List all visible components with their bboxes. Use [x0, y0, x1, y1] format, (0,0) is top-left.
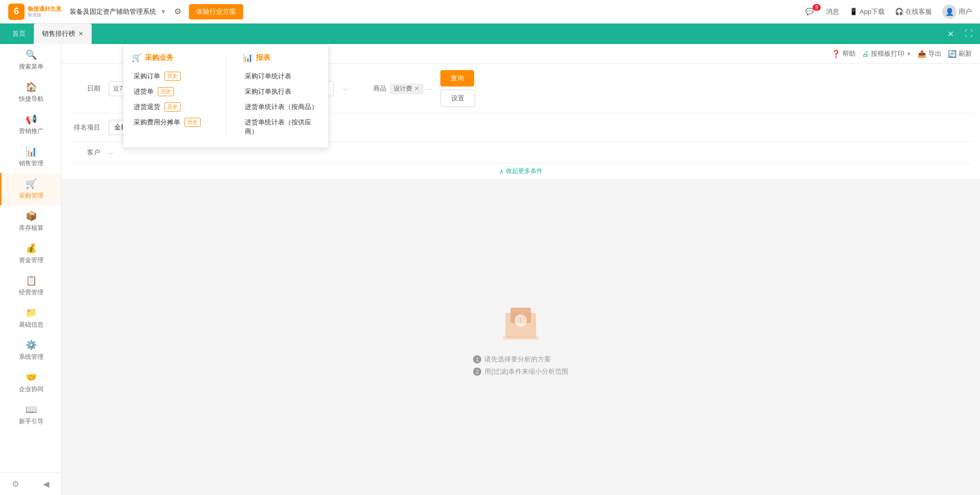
inventory-icon: 📦 — [26, 210, 37, 222]
refresh-button[interactable]: 🔄 刷新 — [948, 49, 972, 58]
report-section-label: 报表 — [256, 53, 270, 62]
collapse-button[interactable]: ∧ 收起更多条件 — [70, 164, 972, 179]
cost-label: 采购费用分摊单 — [134, 118, 180, 127]
tab-maximize-icon[interactable]: ⛶ — [962, 27, 976, 41]
tip-num-2: 2 — [473, 368, 481, 376]
logo-sub: 标准版 — [28, 12, 61, 18]
sales-mgmt-icon: 📊 — [26, 146, 37, 157]
tab-close-icon[interactable]: ✕ — [78, 30, 83, 37]
goods-filter-area: 商品 设计费 ✕ ··· — [356, 83, 432, 94]
user-item[interactable]: 👤 用户 — [942, 5, 972, 19]
sidebar-item-system-mgmt[interactable]: ⚙️ 系统管理 — [0, 334, 61, 367]
tab-sales-ranking[interactable]: 销售排行榜 ✕ — [34, 24, 92, 44]
sidebar-item-guide-label: 新手引导 — [19, 417, 44, 426]
menu-item-inbound[interactable]: 进货单 历史 — [132, 84, 209, 99]
menu-item-cost[interactable]: 采购费用分摊单 历史 — [132, 115, 209, 130]
app-download-item[interactable]: 📱 App下载 — [849, 7, 885, 16]
rank-filter-label: 排名项目 — [70, 123, 100, 132]
guide-icon: 📖 — [26, 404, 37, 415]
history-badge-1: 历史 — [164, 72, 181, 81]
goods-dots-btn[interactable]: ··· — [427, 85, 432, 93]
help-button[interactable]: ❓ 帮助 — [832, 49, 856, 58]
menu-item-inbound-by-supplier[interactable]: 进货单统计表（按供应商） — [243, 115, 321, 139]
help-label: 帮助 — [842, 49, 856, 58]
tab-home[interactable]: 首页 — [4, 24, 34, 44]
industry-button[interactable]: 体验行业方案 — [189, 4, 243, 19]
purchase-section-title: 🛒 采购业务 — [132, 53, 209, 62]
tab-bar-right: ✕ ⛶ — [943, 27, 976, 41]
empty-tip-1: 1 请先选择要分析的方案 — [473, 355, 568, 364]
system-dropdown-arrow[interactable]: ▼ — [160, 8, 166, 15]
sidebar-item-capital-label: 资金管理 — [19, 256, 44, 265]
export-button[interactable]: 📤 导出 — [918, 49, 942, 58]
sidebar-item-inventory-label: 库存核算 — [19, 224, 44, 232]
sidebar-bottom: ⚙ ◀ — [0, 472, 61, 495]
purchase-business-section: 🛒 采购业务 采购订单 历史 进货单 历史 进货退货 历史 — [132, 53, 209, 139]
user-label: 用户 — [958, 7, 972, 16]
settings-icon[interactable]: ⚙ — [171, 5, 185, 19]
sidebar-item-basic-info[interactable]: 📁 基础信息 — [0, 302, 61, 334]
sidebar-item-enterprise[interactable]: 🤝 企业协同 — [0, 367, 61, 399]
enterprise-icon: 🤝 — [26, 372, 37, 383]
menu-item-order-stats[interactable]: 采购订单统计表 — [243, 69, 321, 84]
phone-icon: 📱 — [849, 8, 858, 15]
sidebar-item-guide[interactable]: 📖 新手引导 — [0, 399, 61, 431]
top-header: 6 畅捷通好生意 标准版 装备及固定资产辅助管理系统 ▼ ⚙ 体验行业方案 💬 … — [0, 0, 980, 24]
empty-tip-2: 2 用[过滤]条件来缩小分析范围 — [473, 367, 568, 376]
history-badge-4: 历史 — [184, 118, 201, 127]
app-download-label: App下载 — [860, 7, 885, 16]
online-service-item[interactable]: 🎧 在线客服 — [895, 7, 932, 16]
export-icon: 📤 — [918, 50, 926, 58]
logo-area: 6 畅捷通好生意 标准版 — [8, 4, 70, 20]
report-section: 📊 报表 采购订单统计表 采购订单执行表 进货单统计表（按商品） 进货单统计表（… — [243, 53, 321, 139]
menu-item-order-exec[interactable]: 采购订单执行表 — [243, 84, 321, 99]
capital-icon: 💰 — [26, 243, 37, 254]
order-stats-label: 采购订单统计表 — [245, 72, 291, 81]
sidebar-item-marketing-label: 营销推广 — [19, 127, 44, 136]
right-action-col: 查询 设置 — [440, 70, 492, 107]
message-label: 消息 — [826, 7, 839, 16]
history-badge-2: 历史 — [158, 87, 174, 96]
set-button[interactable]: 设置 — [440, 90, 475, 107]
sidebar-item-quick-nav[interactable]: 🏠 快捷导航 — [0, 76, 61, 109]
marketing-icon: 📢 — [26, 114, 37, 125]
message-item[interactable]: 💬 9 消息 — [805, 7, 839, 16]
bottom-collapse-icon[interactable]: ◀ — [43, 479, 49, 489]
sidebar-item-operations[interactable]: 📋 经营管理 — [0, 270, 61, 302]
print-dropdown-icon[interactable]: ▼ — [906, 51, 911, 57]
goods-tag-close[interactable]: ✕ — [414, 85, 419, 92]
sidebar-item-capital[interactable]: 💰 资金管理 — [0, 238, 61, 270]
empty-tips: 1 请先选择要分析的方案 2 用[过滤]条件来缩小分析范围 — [473, 355, 568, 376]
customer-dots-btn[interactable]: ··· — [109, 149, 114, 157]
menu-item-purchase-order[interactable]: 采购订单 历史 — [132, 69, 209, 84]
customer-filter-label: 客户 — [70, 148, 100, 157]
purchase-mgmt-icon: 🛒 — [26, 178, 37, 189]
sidebar-item-inventory[interactable]: 📦 库存核算 — [0, 205, 61, 238]
export-label: 导出 — [928, 49, 942, 58]
status-dots-btn[interactable]: ··· — [342, 85, 348, 93]
content-area: ❓ 帮助 🖨 按模板打印 ▼ 📤 导出 🔄 刷新 日期 — [61, 44, 980, 495]
tab-close-all-icon[interactable]: ✕ — [943, 27, 957, 41]
purchase-section-icon: 🛒 — [132, 53, 142, 62]
sidebar-item-purchase-mgmt[interactable]: 🛒 采购管理 — [0, 173, 61, 205]
sidebar-item-marketing[interactable]: 📢 营销推广 — [0, 109, 61, 141]
search-menu-icon: 🔍 — [26, 49, 37, 60]
bottom-settings-icon[interactable]: ⚙ — [12, 479, 19, 489]
sidebar-item-search-menu[interactable]: 🔍 搜索菜单 — [0, 44, 61, 76]
print-button[interactable]: 🖨 按模板打印 ▼ — [862, 49, 911, 58]
sidebar: 🔍 搜索菜单 🏠 快捷导航 📢 营销推广 📊 销售管理 🛒 采购管理 📦 库存核… — [0, 44, 61, 495]
query-button[interactable]: 查询 — [440, 70, 474, 87]
main-layout: 🔍 搜索菜单 🏠 快捷导航 📢 营销推广 📊 销售管理 🛒 采购管理 📦 库存核… — [0, 44, 980, 495]
logo-text: 畅捷通好生意 标准版 — [28, 6, 61, 18]
inbound-by-goods-label: 进货单统计表（按商品） — [245, 102, 318, 112]
sidebar-item-sales-mgmt[interactable]: 📊 销售管理 — [0, 141, 61, 173]
inbound-by-supplier-label: 进货单统计表（按供应商） — [245, 118, 318, 136]
menu-item-return[interactable]: 进货退货 历史 — [132, 99, 209, 115]
return-label: 进货退货 — [134, 102, 160, 112]
tab-bar: 首页 销售排行榜 ✕ ✕ ⛶ — [0, 24, 980, 44]
purchase-dropdown-menu: 🛒 采购业务 采购订单 历史 进货单 历史 进货退货 历史 — [123, 44, 329, 148]
sidebar-item-system-mgmt-label: 系统管理 — [19, 353, 44, 361]
goods-filter-label: 商品 — [356, 84, 387, 93]
menu-divider — [226, 53, 226, 139]
menu-item-inbound-by-goods[interactable]: 进货单统计表（按商品） — [243, 99, 321, 115]
